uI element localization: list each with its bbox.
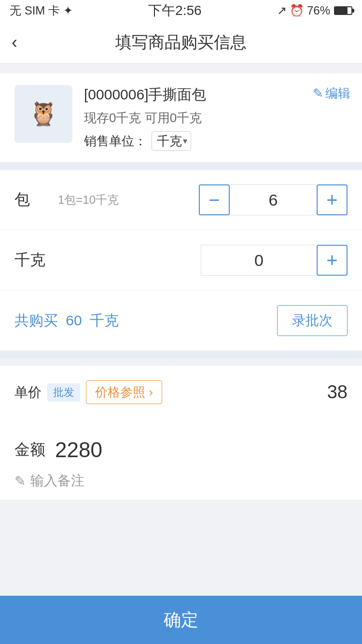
product-stock: 现存0千克 可用0千克 xyxy=(84,110,348,126)
bag-quantity-input[interactable] xyxy=(230,184,317,215)
bag-quantity-control: − + xyxy=(199,184,348,215)
total-text: 共购买 60 千克 xyxy=(14,311,119,331)
kg-plus-button[interactable]: + xyxy=(317,245,348,276)
unit-select[interactable]: 千克 xyxy=(152,131,191,151)
total-prefix: 共购买 xyxy=(14,312,58,328)
bag-input-row: 包 1包=10千克 − + xyxy=(0,170,362,230)
total-amount: 60 xyxy=(66,312,82,328)
bag-minus-button[interactable]: − xyxy=(199,184,230,215)
status-time: 下午2:56 xyxy=(148,1,202,20)
amount-row: 金额 2280 xyxy=(14,438,348,462)
divider-2 xyxy=(0,350,362,358)
location-icon: ↗ xyxy=(277,4,287,17)
battery-icon xyxy=(334,6,352,15)
edit-label: 编辑 xyxy=(325,85,350,102)
edit-icon: ✎ xyxy=(313,86,323,101)
product-card: 🦉 [0000006]手撕面包 现存0千克 可用0千克 销售单位： 千克 ✎ 编… xyxy=(0,73,362,162)
product-info: [0000006]手撕面包 现存0千克 可用0千克 销售单位： 千克 xyxy=(84,85,348,151)
amount-section: 金额 2280 ✎ 输入备注 xyxy=(0,423,362,500)
back-button[interactable]: ‹ xyxy=(12,32,17,53)
divider-1 xyxy=(0,162,362,170)
battery-percent: 76% xyxy=(307,4,330,17)
price-value: 38 xyxy=(327,382,348,403)
remark-row[interactable]: ✎ 输入备注 xyxy=(14,472,348,490)
amount-label: 金额 xyxy=(14,439,45,461)
signal-text: 无 SIM 卡 ✦ xyxy=(10,3,73,18)
bag-hint: 1包=10千克 xyxy=(58,192,199,208)
kg-quantity-control: + xyxy=(201,245,348,276)
remark-placeholder[interactable]: 输入备注 xyxy=(30,472,84,490)
edit-button[interactable]: ✎ 编辑 xyxy=(313,85,350,102)
price-label: 单价 xyxy=(14,383,42,402)
input-section: 包 1包=10千克 − + 千克 + xyxy=(0,170,362,291)
batch-button[interactable]: 录批次 xyxy=(277,305,348,336)
nav-bar: ‹ 填写商品购买信息 xyxy=(0,21,362,64)
price-tag: 批发 xyxy=(47,383,80,402)
kg-input-row: 千克 + xyxy=(0,230,362,291)
product-logo: 🦉 xyxy=(29,100,58,127)
pencil-icon: ✎ xyxy=(14,473,26,489)
product-image: 🦉 xyxy=(14,85,72,143)
total-row: 共购买 60 千克 录批次 xyxy=(0,291,362,350)
bag-label: 包 xyxy=(14,189,53,210)
alarm-icon: ⏰ xyxy=(290,4,304,17)
status-bar: 无 SIM 卡 ✦ 下午2:56 ↗ ⏰ 76% xyxy=(0,0,362,21)
amount-value: 2280 xyxy=(55,438,102,462)
kg-quantity-input[interactable] xyxy=(201,245,317,276)
total-unit: 千克 xyxy=(90,312,119,328)
price-section: 单价 批发 价格参照 › 38 xyxy=(0,366,362,423)
page-title: 填写商品购买信息 xyxy=(115,31,247,54)
confirm-button[interactable]: 确定 xyxy=(0,596,362,644)
kg-label: 千克 xyxy=(14,250,53,271)
status-left: 无 SIM 卡 ✦ xyxy=(10,3,73,18)
product-unit-row: 销售单位： 千克 xyxy=(84,131,348,151)
status-right: ↗ ⏰ 76% xyxy=(277,4,352,17)
price-ref-button[interactable]: 价格参照 › xyxy=(86,380,162,404)
product-name: [0000006]手撕面包 xyxy=(84,85,348,105)
unit-label: 销售单位： xyxy=(84,133,147,150)
bag-plus-button[interactable]: + xyxy=(317,184,348,215)
price-row: 单价 批发 价格参照 › 38 xyxy=(14,380,348,404)
unit-select-wrap[interactable]: 千克 xyxy=(147,131,191,151)
